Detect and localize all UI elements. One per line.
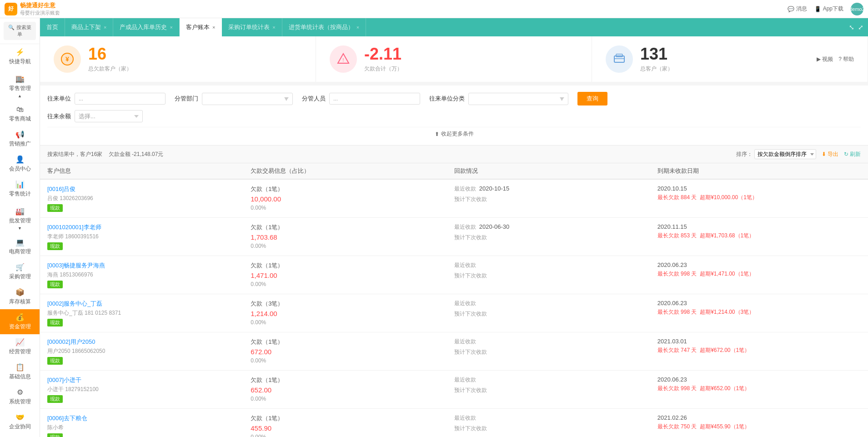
- sidebar-item-member[interactable]: 👤 会员中心: [0, 151, 40, 176]
- sort-select[interactable]: 按欠款金额倒序排序: [754, 149, 816, 159]
- filter-row-2: 往来余额 选择...: [47, 110, 861, 122]
- manager-input[interactable]: ...: [329, 93, 420, 105]
- sidebar-item-ecommerce[interactable]: 💻 电商管理: [0, 234, 40, 259]
- overdue-link-5[interactable]: 超期¥652.00（1笔）: [700, 385, 750, 392]
- message-icon: 💬: [788, 6, 794, 12]
- customer-name-5[interactable]: [0007]小迸干: [47, 376, 251, 384]
- ecommerce-label: 电商管理: [9, 248, 31, 256]
- customer-name-1[interactable]: [0001020001]李老师: [47, 223, 251, 231]
- export-button[interactable]: ⬇ 导出: [822, 151, 838, 158]
- search-button[interactable]: 查询: [577, 92, 607, 105]
- refresh-button[interactable]: ↻ 刷新: [844, 151, 861, 158]
- help-label: 帮助: [843, 55, 854, 63]
- tab-home[interactable]: 首页: [40, 18, 65, 36]
- from-unit-input[interactable]: ...: [75, 93, 166, 105]
- app-download-button[interactable]: 📱 App下载: [814, 5, 843, 13]
- view-video-button[interactable]: ▶ 视频: [817, 55, 833, 63]
- debt-count-6: 欠款（1笔）: [251, 414, 454, 422]
- customer-contact-2: 海燕 18513066976: [47, 271, 251, 279]
- sidebar-item-system[interactable]: ⚙ 系统管理: [0, 384, 40, 409]
- stat-label-customers: 总客户（家）: [640, 65, 673, 73]
- enterprise-label: 企业协同: [9, 423, 31, 431]
- sidebar-item-retail-shop[interactable]: 🛍 零售商城: [0, 102, 40, 126]
- sidebar-item-batch-mgmt[interactable]: 🏭 批发管理 ▼: [0, 203, 40, 234]
- debt-amount-5[interactable]: 652.00: [251, 386, 454, 394]
- sidebar-item-quick-nav[interactable]: ⚡ 快捷导航: [0, 44, 40, 69]
- sidebar-item-retail-mgmt[interactable]: 🏬 零售管理 ▲: [0, 71, 40, 102]
- results-summary-text: 搜索结果中，客户16家: [47, 151, 102, 157]
- customer-name-6[interactable]: [0006]去下粮仓: [47, 414, 251, 422]
- retail-mgmt-label: 零售管理: [9, 85, 31, 92]
- overdue-link-4[interactable]: 超期¥672.00（1笔）: [700, 347, 750, 353]
- tab-purchase-summary[interactable]: 采购订单统计表 ×: [222, 18, 282, 36]
- tab-customer-account[interactable]: 客户账本 ×: [180, 18, 222, 36]
- sidebar-item-enterprise[interactable]: 🤝 企业协同: [0, 409, 40, 434]
- overdue-link-0[interactable]: 超期¥10,000.00（1笔）: [700, 194, 758, 201]
- debt-amount-6[interactable]: 455.90: [251, 424, 454, 432]
- maximize-button[interactable]: ⤢: [858, 24, 863, 31]
- customer-name-2[interactable]: [0003]畅捷服务尹海燕: [47, 261, 251, 270]
- debt-amount-2[interactable]: 1,471.00: [251, 271, 454, 279]
- overdue-info-4: 最长欠款 747 天 超期¥672.00（1笔）: [657, 347, 861, 354]
- tab-incoming-stats[interactable]: 进货单统计表（按商品） ×: [282, 18, 366, 36]
- overdue-info-3: 最长欠款 998 天 超期¥1,214.00（3笔）: [657, 308, 861, 316]
- sidebar-item-purchase[interactable]: 🛒 采购管理: [0, 259, 40, 284]
- collapse-button[interactable]: ⬆ 收起更多条件: [47, 127, 861, 141]
- tab-purchase-summary-close[interactable]: ×: [272, 25, 275, 30]
- user-name: demo2: [851, 6, 863, 12]
- debt-amount-0[interactable]: 10,000.00: [251, 195, 454, 203]
- retail-mgmt-icon: 🏬: [15, 75, 25, 83]
- balance-select[interactable]: 选择...: [75, 110, 143, 122]
- tab-products-shelf-close[interactable]: ×: [104, 25, 106, 30]
- customer-name-0[interactable]: [0016]吕俊: [47, 185, 251, 193]
- debt-amount-4[interactable]: 672.00: [251, 348, 454, 356]
- sidebar-item-retail-stats[interactable]: 📊 零售统计: [0, 176, 40, 201]
- sidebar-item-inventory[interactable]: 📦 库存核算: [0, 284, 40, 309]
- sidebar-search: 🔍 搜索菜单: [0, 18, 40, 44]
- date-info-3: 2020.06.23 最长欠款 998 天 超期¥1,214.00（3笔）: [657, 300, 861, 316]
- sidebar-item-marketing[interactable]: 📢 营销推广: [0, 126, 40, 151]
- sidebar-item-finance[interactable]: 💰 资金管理: [0, 309, 40, 334]
- tab-customer-account-close[interactable]: ×: [212, 25, 215, 30]
- overdue-link-6[interactable]: 超期¥455.90（1笔）: [700, 423, 750, 430]
- customer-name-3[interactable]: [0002]服务中心_丁磊: [47, 300, 251, 308]
- tab-product-history-close[interactable]: ×: [170, 25, 172, 30]
- unit-category-select[interactable]: [468, 93, 568, 105]
- sidebar-item-basic[interactable]: 📋 基础信息: [0, 359, 40, 384]
- retail-shop-label: 零售商城: [9, 115, 31, 123]
- overdue-info-5: 最长欠款 998 天 超期¥652.00（1笔）: [657, 385, 861, 392]
- stat-info-debt-total: -2.11 欠款合计（万）: [364, 46, 402, 73]
- app-subtitle: 母婴行业演示账套: [20, 10, 60, 16]
- system-label: 系统管理: [9, 398, 31, 406]
- dept-select[interactable]: [202, 93, 293, 105]
- stat-card-debt-total: ! -2.11 欠款合计（万）: [316, 36, 592, 82]
- export-label: 导出: [828, 151, 838, 158]
- tab-incoming-stats-close[interactable]: ×: [356, 25, 359, 30]
- results-amount-text: 欠款金额 -21,148.07元: [109, 151, 164, 157]
- recovery-info-5: 最近收款 预计下次收款: [454, 376, 657, 394]
- debt-ratio-5: 0.00%: [251, 396, 454, 402]
- debt-amount-3[interactable]: 1,214.00: [251, 310, 454, 317]
- tab-products-shelf[interactable]: 商品上下架 ×: [65, 18, 113, 36]
- due-date-1: 2020.11.15: [657, 223, 861, 230]
- customer-name-4[interactable]: [000002]用户2050: [47, 338, 251, 346]
- overdue-link-3[interactable]: 超期¥1,214.00（3笔）: [700, 309, 754, 315]
- avatar[interactable]: demo2: [851, 3, 863, 15]
- message-button[interactable]: 💬 消息: [788, 5, 807, 13]
- help-button[interactable]: ? 帮助: [838, 55, 854, 63]
- tab-product-history[interactable]: 产成品入库单历史 ×: [113, 18, 179, 36]
- debt-info-2: 欠款（1笔） 1,471.00 0.00%: [251, 261, 454, 287]
- retail-shop-icon: 🛍: [16, 105, 24, 114]
- minimize-button[interactable]: ⤡: [849, 24, 854, 31]
- overdue-link-1[interactable]: 超期¥1,703.68（1笔）: [700, 232, 754, 239]
- debt-amount-1[interactable]: 1,703.68: [251, 233, 454, 241]
- stat-icon-debt: ¥: [54, 45, 81, 73]
- overdue-link-2[interactable]: 超期¥1,471.00（1笔）: [700, 271, 754, 277]
- sidebar-item-guide[interactable]: 🎯 新手引导: [0, 434, 40, 437]
- stat-label-debt-total: 欠款合计（万）: [364, 65, 402, 73]
- stat-number-debt: 16: [88, 46, 132, 62]
- member-label: 会员中心: [9, 165, 31, 173]
- debt-info-6: 欠款（1笔） 455.90 0.00%: [251, 414, 454, 437]
- sidebar-item-operations[interactable]: 📈 经营管理: [0, 334, 40, 359]
- search-menu-button[interactable]: 🔍 搜索菜单: [4, 22, 36, 40]
